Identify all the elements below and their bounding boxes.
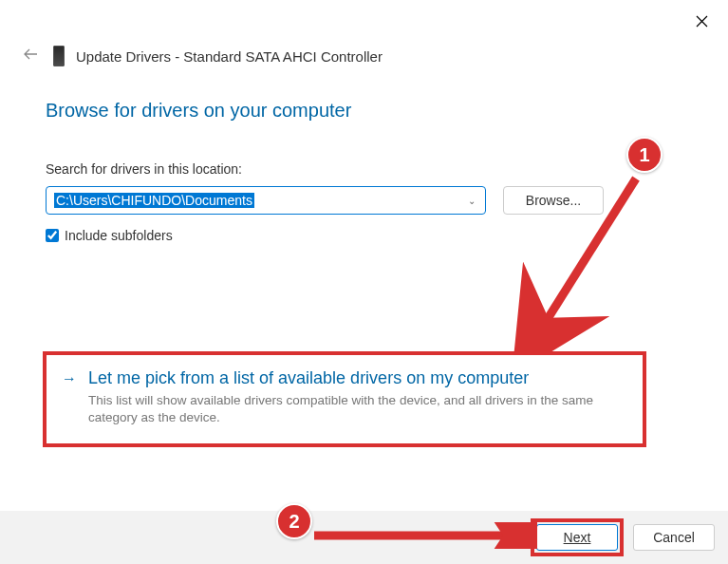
path-combobox[interactable]: C:\Users\CHIFUNDO\Documents ⌄ <box>46 186 486 215</box>
include-subfolders-label: Include subfolders <box>65 228 173 243</box>
device-icon <box>53 46 65 66</box>
option-text: Let me pick from a list of available dri… <box>88 368 627 426</box>
page-heading: Browse for drivers on your computer <box>46 100 682 122</box>
include-subfolders-row[interactable]: Include subfolders <box>46 228 682 243</box>
annotation-badge-2: 2 <box>276 503 312 539</box>
include-subfolders-checkbox[interactable] <box>46 229 59 242</box>
next-button[interactable]: Next <box>536 524 618 551</box>
cancel-button[interactable]: Cancel <box>633 524 715 551</box>
chevron-down-icon: ⌄ <box>468 196 476 206</box>
path-row: C:\Users\CHIFUNDO\Documents ⌄ Browse... <box>46 186 682 215</box>
back-arrow-icon <box>23 47 38 61</box>
back-button[interactable] <box>19 44 42 68</box>
pick-driver-option[interactable]: → Let me pick from a list of available d… <box>43 351 646 447</box>
option-description: This list will show available drivers co… <box>88 392 627 426</box>
content: Browse for drivers on your computer Sear… <box>0 85 728 243</box>
close-icon <box>696 15 708 28</box>
footer: Next Cancel <box>0 511 728 564</box>
search-label: Search for drivers in this location: <box>46 161 682 177</box>
next-button-label: Next <box>564 530 591 545</box>
browse-button[interactable]: Browse... <box>503 186 604 215</box>
option-heading: Let me pick from a list of available dri… <box>88 368 627 388</box>
window-title: Update Drivers - Standard SATA AHCI Cont… <box>76 48 383 65</box>
arrow-right-icon: → <box>62 370 77 426</box>
titlebar <box>0 0 728 34</box>
next-button-highlight: Next <box>531 518 624 556</box>
header: Update Drivers - Standard SATA AHCI Cont… <box>0 34 728 85</box>
path-value: C:\Users\CHIFUNDO\Documents <box>54 193 254 208</box>
close-button[interactable] <box>688 8 715 34</box>
annotation-badge-1: 1 <box>626 137 663 173</box>
